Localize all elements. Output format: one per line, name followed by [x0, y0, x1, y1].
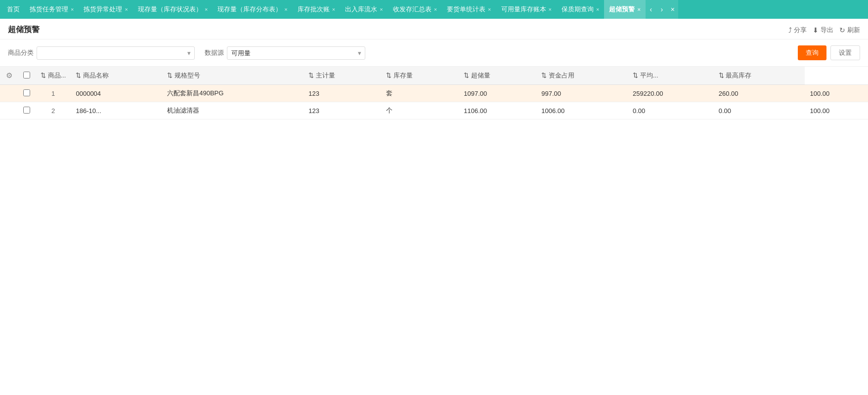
query-button[interactable]: 查询	[798, 45, 826, 60]
refresh-icon: ↻	[839, 26, 845, 34]
row-settings[interactable]	[0, 102, 18, 119]
unit-column-header[interactable]: ⇅ 主计量	[304, 67, 381, 85]
export-icon: ⬇	[813, 26, 819, 34]
nav-warranty-query[interactable]: 保质期查询 ×	[557, 0, 604, 19]
export-button[interactable]: ⬇ 导出	[813, 26, 833, 35]
page-header: 超储预警 ⤴ 分享 ⬇ 导出 ↻ 刷新	[0, 19, 868, 40]
data-source-select-wrapper: 可用量 实际库存	[227, 46, 365, 60]
data-source-select[interactable]: 可用量 实际库存	[227, 46, 365, 60]
close-icon[interactable]: ×	[284, 6, 287, 12]
filter-bar: 商品分类 数据源 可用量 实际库存 查询 设置	[0, 40, 868, 67]
row-product-code: 186-10...	[71, 102, 162, 119]
nav-receipt-summary[interactable]: 收发存汇总表 ×	[388, 0, 442, 19]
topbar: 首页 拣货任务管理 × 拣货异常处理 × 现存量（库存状况表） × 现存量（库存…	[0, 0, 868, 19]
refresh-button[interactable]: ↻ 刷新	[839, 26, 860, 35]
row-max-stock: 100.00	[805, 102, 868, 119]
page-content: 超储预警 ⤴ 分享 ⬇ 导出 ↻ 刷新 商品分类	[0, 19, 868, 395]
close-icon[interactable]: ×	[549, 6, 552, 12]
close-icon[interactable]: ×	[332, 6, 335, 12]
product-code-column-header[interactable]: ⇅ 商品...	[36, 67, 71, 85]
row-unit: 套	[381, 85, 459, 102]
select-all-checkbox[interactable]	[23, 72, 30, 79]
row-checkbox[interactable]	[23, 107, 30, 114]
table-wrapper: ⚙ ⇅ 商品... ⇅ 商品名称 ⇅ 规格型号 ⇅ 主计量	[0, 67, 868, 119]
nav-inout-flow[interactable]: 出入库流水 ×	[340, 0, 388, 19]
overstock-column-header[interactable]: ⇅ 超储量	[459, 67, 536, 85]
nav-prev-button[interactable]: ‹	[646, 0, 656, 19]
row-avg: 260.00	[714, 85, 805, 102]
data-source-label: 数据源	[205, 48, 224, 57]
row-capital: 0.00	[628, 102, 714, 119]
share-icon: ⤴	[788, 26, 792, 34]
close-icon[interactable]: ×	[488, 6, 491, 12]
spec-column-header[interactable]: ⇅ 规格型号	[162, 67, 304, 85]
row-checkbox[interactable]	[23, 89, 30, 96]
product-category-label: 商品分类	[8, 48, 34, 57]
data-table: ⚙ ⇅ 商品... ⇅ 商品名称 ⇅ 规格型号 ⇅ 主计量	[0, 67, 868, 119]
share-button[interactable]: ⤴ 分享	[788, 26, 807, 35]
page-title: 超储预警	[8, 25, 40, 35]
row-spec: 123	[304, 102, 381, 119]
row-settings[interactable]	[0, 85, 18, 102]
close-icon[interactable]: ×	[125, 6, 128, 12]
close-icon[interactable]: ×	[596, 6, 599, 12]
row-product-code: 0000004	[71, 85, 162, 102]
data-source-filter: 数据源 可用量 实际库存	[205, 46, 365, 60]
row-max-stock: 100.00	[805, 85, 868, 102]
row-unit: 个	[381, 102, 459, 119]
nav-batch-account[interactable]: 库存批次账 ×	[293, 0, 340, 19]
close-icon[interactable]: ×	[205, 6, 208, 12]
close-icon[interactable]: ×	[71, 6, 74, 12]
row-stock: 1106.00	[459, 102, 536, 119]
nav-overstock-warning[interactable]: 超储预警 ×	[604, 0, 645, 19]
row-stock: 1097.00	[459, 85, 536, 102]
nav-task-management[interactable]: 拣货任务管理 ×	[25, 0, 79, 19]
nav-close-button[interactable]: ×	[667, 0, 678, 19]
row-avg: 0.00	[714, 102, 805, 119]
table-row: 1 0000004 六配套新昌490BPG 123 套 1097.00 997.…	[0, 85, 868, 102]
product-category-select-wrapper	[37, 46, 195, 60]
row-checkbox-cell[interactable]	[18, 85, 36, 102]
row-spec: 123	[304, 85, 381, 102]
filter-actions: 查询 设置	[798, 45, 860, 60]
product-category-filter: 商品分类	[8, 46, 195, 60]
row-overstock: 1006.00	[536, 102, 628, 119]
row-product-name: 六配套新昌490BPG	[162, 85, 304, 102]
nav-exception-processing[interactable]: 拣货异常处理 ×	[79, 0, 132, 19]
row-index: 2	[36, 102, 71, 119]
table-header-row: ⚙ ⇅ 商品... ⇅ 商品名称 ⇅ 规格型号 ⇅ 主计量	[0, 67, 868, 85]
row-overstock: 997.00	[536, 85, 628, 102]
nav-home[interactable]: 首页	[2, 0, 25, 19]
row-product-name: 机油滤清器	[162, 102, 304, 119]
avg-column-header[interactable]: ⇅ 平均...	[628, 67, 714, 85]
product-category-select[interactable]	[37, 46, 195, 60]
settings-column-header[interactable]: ⚙	[0, 67, 18, 85]
nav-next-button[interactable]: ›	[656, 0, 667, 19]
row-checkbox-cell[interactable]	[18, 102, 36, 119]
page-actions: ⤴ 分享 ⬇ 导出 ↻ 刷新	[788, 26, 860, 35]
table-row: 2 186-10... 机油滤清器 123 个 1106.00 1006.00 …	[0, 102, 868, 119]
max-stock-column-header[interactable]: ⇅ 最高库存	[714, 67, 805, 85]
product-name-column-header[interactable]: ⇅ 商品名称	[71, 67, 162, 85]
row-capital: 259220.00	[628, 85, 714, 102]
nav-order-statistics[interactable]: 要货单统计表 ×	[442, 0, 496, 19]
close-icon[interactable]: ×	[434, 6, 437, 12]
nav-inventory-status[interactable]: 现存量（库存状况表） ×	[133, 0, 213, 19]
settings-button[interactable]: 设置	[830, 45, 860, 60]
capital-column-header[interactable]: ⇅ 资金占用	[536, 67, 628, 85]
close-icon[interactable]: ×	[637, 6, 640, 12]
row-index: 1	[36, 85, 71, 102]
checkbox-column-header[interactable]	[18, 67, 36, 85]
nav-available-ledger[interactable]: 可用量库存账本 ×	[496, 0, 557, 19]
nav-inventory-distribution[interactable]: 现存量（库存分布表） ×	[213, 0, 292, 19]
stock-column-header[interactable]: ⇅ 库存量	[381, 67, 459, 85]
close-icon[interactable]: ×	[380, 6, 383, 12]
settings-gear-icon[interactable]: ⚙	[6, 71, 12, 79]
